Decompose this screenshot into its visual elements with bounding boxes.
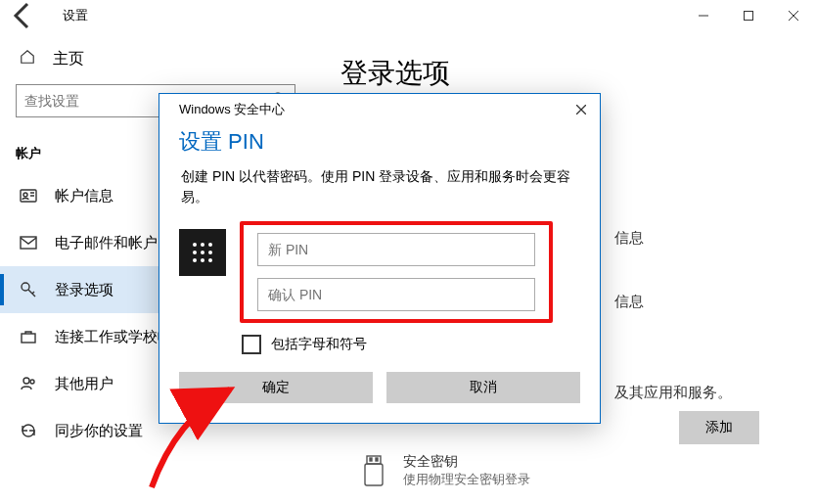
checkbox-label: 包括字母和符号 [271,336,367,353]
svg-point-18 [208,251,212,254]
svg-point-15 [208,243,212,247]
partial-text: 信息 [595,287,816,317]
close-button[interactable] [771,0,816,31]
nav-label: 其他用户 [55,375,113,393]
nav-label: 电子邮件和帐户 [55,234,158,252]
dialog-title: Windows 安全中心 [179,101,285,118]
svg-point-17 [201,251,204,254]
nav-home[interactable]: 主页 [0,39,327,78]
svg-point-3 [23,193,27,197]
include-letters-checkbox[interactable] [242,335,261,354]
svg-rect-0 [745,12,753,21]
people-icon [20,375,37,392]
security-key-item[interactable]: 安全密钥 使用物理安全密钥登录 [403,453,530,488]
nav-label: 同步你的设置 [55,422,143,440]
svg-rect-12 [376,458,378,461]
partial-text: 及其应用和服务。 [595,378,816,408]
partial-text: 信息 [595,223,816,253]
new-pin-input[interactable] [257,233,535,266]
nav-label: 帐户信息 [55,187,113,206]
svg-point-14 [201,243,204,247]
keypad-icon [179,229,226,276]
nav-home-label: 主页 [53,49,84,69]
briefcase-icon [20,328,37,345]
sync-icon [20,422,37,439]
ok-button[interactable]: 确定 [179,372,373,403]
svg-rect-10 [365,464,383,485]
svg-rect-6 [22,334,35,343]
svg-rect-4 [21,237,36,249]
cancel-button[interactable]: 取消 [386,372,580,403]
svg-point-16 [193,251,197,254]
pin-fields-highlight [240,221,553,323]
maximize-button[interactable] [726,0,771,31]
add-button[interactable]: 添加 [679,411,759,444]
dialog-body: 创建 PIN 以代替密码。使用 PIN 登录设备、应用和服务时会更容易。 [159,164,600,221]
svg-point-13 [193,243,197,247]
minimize-button[interactable] [681,0,726,31]
person-card-icon [20,187,37,205]
svg-rect-11 [370,458,372,461]
confirm-pin-input[interactable] [257,278,535,311]
nav-label: 连接工作或学校帐 [55,328,172,346]
window-title: 设置 [63,7,88,24]
nav-label: 登录选项 [55,281,113,299]
mail-icon [20,234,37,252]
usb-key-icon [360,453,387,488]
dialog-heading: 设置 PIN [159,125,600,164]
item-title: 安全密钥 [403,453,458,469]
svg-point-20 [201,258,204,262]
svg-point-21 [208,258,212,262]
key-icon [20,281,37,298]
svg-point-7 [23,378,29,384]
svg-rect-9 [367,456,381,464]
pin-dialog: Windows 安全中心 设置 PIN 创建 PIN 以代替密码。使用 PIN … [159,93,601,424]
back-button[interactable] [8,0,39,31]
page-title: 登录选项 [340,55,816,92]
item-sub: 使用物理安全密钥登录 [403,471,530,488]
svg-point-8 [30,380,34,384]
svg-point-5 [22,283,29,291]
dialog-close-button[interactable] [570,99,592,120]
home-icon [20,49,35,69]
svg-point-19 [193,258,197,262]
